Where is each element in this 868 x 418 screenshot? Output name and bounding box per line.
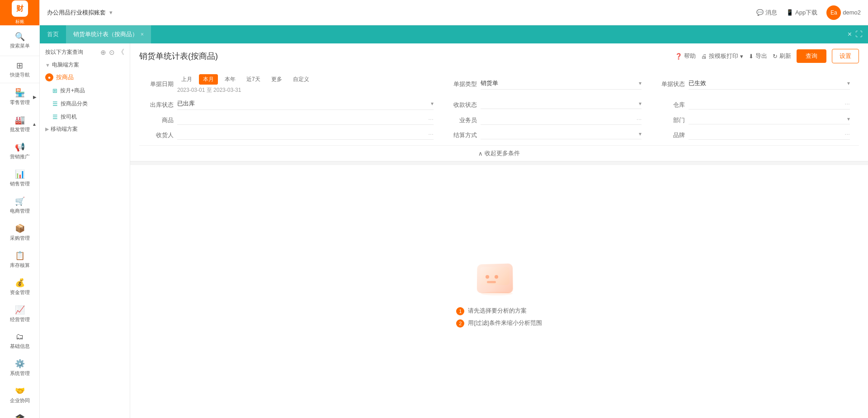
filter-row-3: 商品 ··· 业务员 ··· (148, 115, 850, 125)
sidebar-item-inventory[interactable]: 📋 库存核算 (0, 246, 39, 273)
tree-mobile-label: 移动端方案 (51, 125, 78, 133)
quick-nav-button[interactable]: ⊞ 快捷导航 (10, 58, 30, 81)
message-icon: 💬 (756, 9, 764, 16)
doc-type-dropdown[interactable]: 销货单 ▾ (481, 79, 642, 90)
warehouse-status-dropdown[interactable]: 已出库 ▾ (177, 100, 434, 110)
brand-input[interactable] (689, 131, 843, 138)
warehouse-input[interactable] (689, 100, 843, 107)
goods-label: 商品 (148, 116, 174, 124)
finance-label: 资金管理 (10, 289, 30, 296)
receiver-label: 收货人 (148, 131, 174, 139)
mobile-icon: 📱 (786, 9, 793, 16)
message-button[interactable]: 💬 消息 (756, 9, 777, 17)
warehouse-more-icon[interactable]: ··· (844, 100, 850, 107)
print-button[interactable]: 🖨 按模板打印 ▾ (701, 52, 743, 60)
date-last-month[interactable]: 上月 (177, 74, 196, 85)
enterprise-label: 企业协同 (10, 397, 30, 404)
salesperson-input-wrap: ··· (481, 115, 642, 125)
refresh-button[interactable]: ↻ 刷新 (773, 52, 791, 60)
warehouse-input-wrap: ··· (689, 100, 850, 109)
tip-1-num: 1 (456, 307, 464, 315)
sidebar-item-tutorial[interactable]: 🎓 新手引导 (0, 408, 39, 418)
date-this-year[interactable]: 本年 (221, 74, 240, 85)
query-button[interactable]: 查询 (797, 49, 826, 63)
help-label: 帮助 (684, 52, 696, 60)
receiver-input[interactable] (177, 131, 426, 138)
search-icon: 🔍 (15, 32, 25, 42)
sidebar-item-ecommerce[interactable]: 🛒 电商管理 (0, 192, 39, 219)
retail-arrow-icon: ▶ (33, 95, 37, 100)
goods-category-icon: ☰ (52, 100, 58, 107)
goods-input[interactable] (177, 116, 426, 123)
tab-home[interactable]: 首页 (40, 25, 66, 43)
doc-status-label: 单据状态 (660, 80, 685, 88)
tab-fullscreen-icon[interactable]: ⛶ (855, 30, 863, 38)
tab-close-all-icon[interactable]: × (848, 30, 852, 38)
tree-item-goods-category[interactable]: ☰ 按商品分类 (40, 97, 130, 110)
doc-type-label: 单据类型 (452, 80, 477, 88)
department-dropdown[interactable]: ▾ (689, 116, 850, 124)
export-icon: ⬇ (749, 53, 754, 60)
sidebar-item-wholesale[interactable]: 🏭 批发管理 ▲ (0, 110, 39, 138)
add-scheme-button[interactable]: ⊕ (100, 48, 106, 57)
date-7days[interactable]: 近7天 (242, 74, 264, 85)
operations-icon: 📈 (15, 305, 25, 315)
tree-section-label: 电脑端方案 (52, 61, 79, 69)
sidebar-item-operations[interactable]: 📈 经营管理 (0, 300, 39, 328)
basics-label: 基础信息 (10, 343, 30, 350)
app-download-button[interactable]: 📱 App下载 (786, 9, 817, 17)
tree-section-mobile[interactable]: ▶ 移动端方案 (40, 124, 130, 135)
content-area: 按以下方案查询 ⊕ ⊙ 《 ▼ 电脑端方案 ● 按商品 ⊞ 按月+商品 (40, 43, 868, 418)
purchase-label: 采购管理 (10, 235, 30, 242)
tree-item-by-goods[interactable]: ● 按商品 (40, 71, 130, 84)
goods-input-wrap: ··· (177, 115, 434, 125)
date-custom[interactable]: 自定义 (289, 74, 313, 85)
date-more[interactable]: 更多 (267, 74, 286, 85)
help-button[interactable]: ❓ 帮助 (675, 52, 696, 60)
collapse-button[interactable]: ∧ 收起更多条件 (478, 149, 520, 157)
goods-more-icon[interactable]: ··· (428, 115, 434, 123)
app-download-label: App下载 (795, 9, 817, 17)
tab-close-icon[interactable]: × (141, 31, 144, 38)
tree-section-desktop[interactable]: ▼ 电脑端方案 (40, 59, 130, 71)
sidebar-item-basics[interactable]: 🗂 基础信息 (0, 328, 39, 354)
sidebar-item-marketing[interactable]: 📢 营销推广 (0, 138, 39, 165)
top-header: 办公用品行业模拟账套 ▾ 💬 消息 📱 App下载 Ea demo2 (40, 0, 868, 25)
payment-status-dropdown[interactable]: ▾ (481, 100, 642, 109)
settings-button[interactable]: 设置 (832, 49, 859, 63)
by-goods-label: 按商品 (56, 73, 74, 81)
tab-bar-actions: × ⛶ (848, 30, 868, 38)
settlement-dropdown[interactable]: ▾ (481, 131, 642, 139)
user-menu[interactable]: Ea demo2 (826, 5, 861, 20)
filter-goods: 商品 ··· (148, 115, 434, 125)
collapse-row: ∧ 收起更多条件 (139, 145, 859, 161)
doc-status-dropdown[interactable]: 已生效 ▾ (689, 79, 850, 90)
search-menu-button[interactable]: 🔍 帮助 搜索菜单 (10, 29, 30, 52)
sidebar-item-enterprise[interactable]: 🤝 企业协同 (0, 381, 39, 408)
date-this-month[interactable]: 本月 (199, 74, 218, 85)
print-icon: 🖨 (701, 53, 707, 60)
collapse-panel-button[interactable]: 《 (118, 48, 124, 57)
sidebar-item-purchase[interactable]: 📦 采购管理 (0, 219, 39, 246)
print-arrow-icon: ▾ (740, 53, 743, 60)
driver-icon: ☰ (52, 114, 58, 120)
tab-sales-stats[interactable]: 销货单统计表（按商品） × (66, 25, 151, 43)
refresh-icon: ↻ (773, 53, 778, 60)
tree-item-driver[interactable]: ☰ 按司机 (40, 110, 130, 124)
receiver-more-icon[interactable]: ··· (428, 130, 434, 138)
industry-dropdown-icon[interactable]: ▾ (109, 9, 113, 16)
edit-scheme-button[interactable]: ⊙ (109, 48, 115, 57)
sidebar-item-system[interactable]: ⚙️ 系统管理 (0, 354, 39, 381)
sidebar-logo[interactable]: 财 标账 (0, 0, 39, 25)
left-panel: 按以下方案查询 ⊕ ⊙ 《 ▼ 电脑端方案 ● 按商品 ⊞ 按月+商品 (40, 43, 130, 418)
export-button[interactable]: ⬇ 导出 (749, 52, 767, 60)
tree-item-month-goods[interactable]: ⊞ 按月+商品 (40, 84, 130, 97)
refresh-label: 刷新 (779, 52, 791, 60)
sidebar-item-sales[interactable]: 📊 销售管理 (0, 165, 39, 192)
sidebar-item-finance[interactable]: 💰 资金管理 (0, 273, 39, 300)
brand-more-icon[interactable]: ··· (844, 130, 850, 138)
sidebar-item-retail[interactable]: 🏪 零售管理 ▶ (0, 83, 39, 110)
filter-row-2: 出库状态 已出库 ▾ 收款状态 ▾ (148, 100, 850, 110)
salesperson-input[interactable] (481, 116, 635, 123)
salesperson-more-icon[interactable]: ··· (637, 115, 642, 123)
